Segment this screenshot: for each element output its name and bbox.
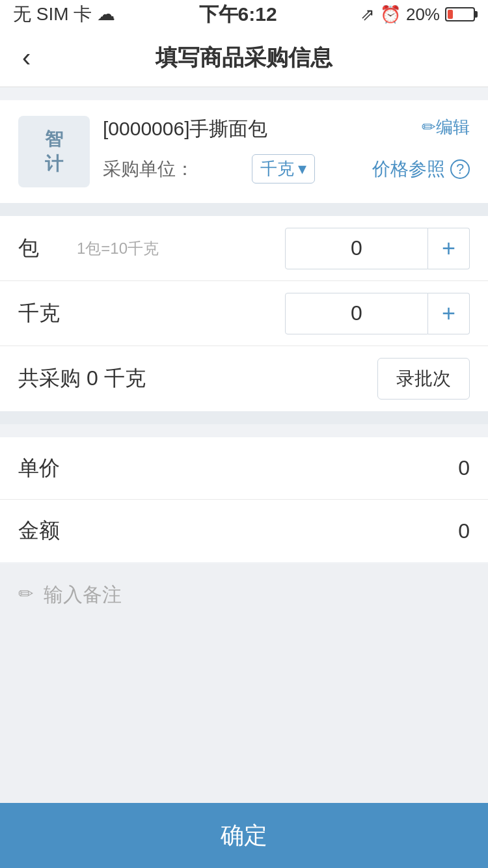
- status-time: 下午6:12: [199, 1, 277, 28]
- confirm-button[interactable]: 确定: [0, 803, 488, 868]
- bao-input-row: 包 1包=10千克 +: [0, 216, 488, 281]
- info-icon: ?: [450, 159, 470, 179]
- confirm-label: 确定: [221, 820, 267, 852]
- edit-button[interactable]: ✏编辑: [422, 116, 470, 139]
- status-bar: 无 SIM 卡 ☁ 下午6:12 ⇗ ⏰ 20%: [0, 0, 488, 29]
- product-card: 智 计 [0000006]手撕面包 采购单位： 千克 ▾ 价格参照 ?: [0, 100, 488, 203]
- unit-price-row: 单价 0: [0, 437, 488, 500]
- amount-row: 金额 0: [0, 500, 488, 562]
- product-unit-row: 采购单位： 千克 ▾ 价格参照 ?: [103, 154, 470, 183]
- kg-input-right: +: [285, 293, 470, 334]
- unit-label: 采购单位：: [103, 157, 194, 182]
- summary-row: 共采购 0 千克 录批次: [0, 346, 488, 411]
- status-left: 无 SIM 卡 ☁: [13, 2, 115, 27]
- product-logo: 智 计: [45, 127, 63, 176]
- main-content: 智 计 [0000006]手撕面包 采购单位： 千克 ▾ 价格参照 ?: [0, 100, 488, 868]
- amount-value: 0: [458, 519, 470, 543]
- product-name: [0000006]手撕面包: [103, 116, 470, 142]
- page-title: 填写商品采购信息: [156, 43, 332, 73]
- status-right: ⇗ ⏰ 20%: [360, 5, 475, 25]
- price-ref-label: 价格参照: [372, 157, 445, 182]
- battery-percent: 20%: [406, 5, 440, 25]
- summary-text: 共采购 0 千克: [18, 364, 146, 393]
- nav-icon: ⇗: [360, 5, 375, 25]
- section-divider-2: [0, 411, 488, 424]
- remark-placeholder: 输入备注: [44, 582, 122, 608]
- kg-label: 千克: [18, 299, 70, 328]
- price-ref-button[interactable]: 价格参照 ?: [372, 157, 470, 182]
- product-card-wrapper: 智 计 [0000006]手撕面包 采购单位： 千克 ▾ 价格参照 ?: [0, 100, 488, 203]
- back-button[interactable]: ‹: [16, 36, 37, 79]
- unit-price-value: 0: [458, 456, 470, 480]
- kg-plus-button[interactable]: +: [428, 293, 470, 334]
- kg-input-row: 千克 +: [0, 281, 488, 346]
- section-divider-1: [0, 203, 488, 216]
- no-sim-text: 无 SIM 卡 ☁: [13, 2, 115, 27]
- chevron-down-icon: ▾: [298, 159, 306, 179]
- input-section: 包 1包=10千克 + 千克 + 共采购 0 千克 录批次: [0, 216, 488, 411]
- remark-section[interactable]: ✏ 输入备注: [0, 563, 488, 642]
- unit-value: 千克: [260, 157, 294, 180]
- unit-price-label: 单价: [18, 454, 60, 483]
- bao-input-right: +: [285, 228, 470, 269]
- amount-label: 金额: [18, 517, 60, 545]
- bao-plus-button[interactable]: +: [428, 228, 470, 269]
- product-image: 智 计: [18, 116, 90, 187]
- bao-input[interactable]: [285, 228, 428, 269]
- pencil-icon: ✏: [18, 583, 33, 604]
- nav-bar: ‹ 填写商品采购信息: [0, 29, 488, 87]
- batch-button[interactable]: 录批次: [377, 358, 470, 400]
- alarm-icon: ⏰: [380, 5, 401, 25]
- price-info-section: 单价 0 金额 0: [0, 437, 488, 562]
- bao-sublabel: 1包=10千克: [77, 238, 159, 259]
- kg-input[interactable]: [285, 293, 428, 334]
- battery-icon: [445, 7, 475, 21]
- bao-label: 包: [18, 234, 70, 263]
- unit-select-dropdown[interactable]: 千克 ▾: [252, 154, 315, 183]
- product-info: [0000006]手撕面包 采购单位： 千克 ▾ 价格参照 ?: [103, 116, 470, 183]
